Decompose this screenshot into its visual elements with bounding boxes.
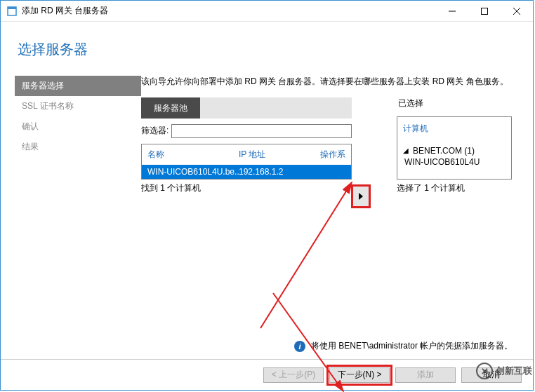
tree-root-label: BENET.COM (1) xyxy=(413,146,475,156)
arrow-right-icon xyxy=(357,193,364,200)
table-header: 名称 IP 地址 操作系 xyxy=(142,144,351,165)
cell-ip: 192.168.1.2 xyxy=(239,167,302,177)
tree-root[interactable]: ◢ BENET.COM (1) xyxy=(403,146,506,156)
selected-footer: 选择了 1 个计算机 xyxy=(397,182,512,194)
page-title: 选择服务器 xyxy=(1,22,533,59)
info-text: 将使用 BENET\administrator 帐户的凭据添加服务器。 xyxy=(311,340,513,352)
add-button[interactable]: 添加 xyxy=(395,367,456,383)
server-pool-column: 服务器池 筛选器: 名称 IP 地址 操作系 xyxy=(141,97,352,194)
svg-rect-1 xyxy=(8,7,16,9)
cell-name: WIN-UICOB610L4U.be... xyxy=(147,167,239,177)
app-icon xyxy=(6,6,18,17)
col-os[interactable]: 操作系 xyxy=(302,149,345,161)
server-pool-table: 名称 IP 地址 操作系 WIN-UICOB610L4U.be... 192.1… xyxy=(141,144,352,180)
content-area: 选择服务器 服务器选择 SSL 证书名称 确认 结果 该向导允许你向部署中添加 … xyxy=(1,22,533,390)
two-column-layout: 服务器池 筛选器: 名称 IP 地址 操作系 xyxy=(141,97,516,194)
prev-button[interactable]: < 上一步(P) xyxy=(263,367,324,383)
add-server-button[interactable] xyxy=(351,184,371,208)
watermark-icon: ✕ xyxy=(476,363,493,379)
filter-label: 筛选器: xyxy=(141,125,169,137)
window-controls xyxy=(436,1,533,21)
selected-header: 计算机 xyxy=(403,123,506,135)
info-row: i 将使用 BENET\administrator 帐户的凭据添加服务器。 xyxy=(294,340,513,352)
footer: < 上一步(P) 下一步(N) > 添加 取消 xyxy=(1,359,533,390)
wizard-description: 该向导允许你向部署中添加 RD 网关 台服务器。请选择要在哪些服务器上安装 RD… xyxy=(141,76,516,88)
table-row[interactable]: WIN-UICOB610L4U.be... 192.168.1.2 xyxy=(142,165,351,179)
selected-box: 计算机 ◢ BENET.COM (1) WIN-UICOB610L4U xyxy=(397,116,512,180)
body: 服务器选择 SSL 证书名称 确认 结果 该向导允许你向部署中添加 RD 网关 … xyxy=(1,59,533,359)
maximize-button[interactable] xyxy=(468,1,501,21)
filter-row: 筛选器: xyxy=(141,124,352,138)
sidebar: 服务器选择 SSL 证书名称 确认 结果 xyxy=(1,76,141,359)
close-button[interactable] xyxy=(501,1,533,21)
selected-column: 已选择 计算机 ◢ BENET.COM (1) WIN-UICOB610L4U … xyxy=(397,97,512,194)
window-title: 添加 RD 网关 台服务器 xyxy=(22,5,436,17)
svg-marker-6 xyxy=(359,193,363,200)
titlebar: 添加 RD 网关 台服务器 xyxy=(1,1,533,22)
sidebar-item-ssl-cert[interactable]: SSL 证书名称 xyxy=(15,96,141,116)
sidebar-item-result[interactable]: 结果 xyxy=(15,137,141,157)
tab-bar: 服务器池 xyxy=(141,97,352,119)
annotation-arrow-1 xyxy=(253,174,394,335)
sidebar-item-confirm[interactable]: 确认 xyxy=(15,116,141,137)
selected-label: 已选择 xyxy=(397,97,512,109)
svg-rect-3 xyxy=(482,8,488,14)
pool-footer: 找到 1 个计算机 xyxy=(141,182,352,194)
dialog-window: 添加 RD 网关 台服务器 选择服务器 服务器选择 SSL 证书名称 确认 结果… xyxy=(0,0,534,391)
filter-input[interactable] xyxy=(171,124,352,138)
next-button[interactable]: 下一步(N) > xyxy=(329,367,390,383)
minimize-button[interactable] xyxy=(436,1,468,21)
tab-server-pool[interactable]: 服务器池 xyxy=(141,97,200,119)
info-icon: i xyxy=(294,341,305,352)
watermark: ✕ 创新互联 xyxy=(476,363,532,379)
col-ip[interactable]: IP 地址 xyxy=(239,149,302,161)
chevron-down-icon: ◢ xyxy=(403,147,409,154)
watermark-text: 创新互联 xyxy=(496,365,532,377)
tree-child[interactable]: WIN-UICOB610L4U xyxy=(403,157,506,167)
svg-line-8 xyxy=(260,182,352,328)
col-name[interactable]: 名称 xyxy=(147,149,239,161)
main-panel: 该向导允许你向部署中添加 RD 网关 台服务器。请选择要在哪些服务器上安装 RD… xyxy=(141,76,533,359)
sidebar-item-server-selection[interactable]: 服务器选择 xyxy=(15,76,141,96)
